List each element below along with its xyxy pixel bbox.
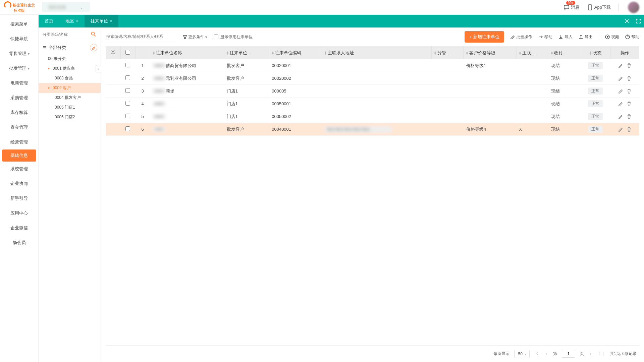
more-filter-button[interactable]: 更多条件 ▾ [183, 34, 207, 40]
table-row[interactable]: 3ABC商场门店1000005现结正常 [106, 85, 639, 98]
row-checkbox[interactable] [125, 114, 130, 118]
page-last-button[interactable]: 〉| [597, 351, 605, 357]
col-header[interactable]: ▴▾往来单位... [224, 46, 269, 59]
select-all-checkbox[interactable] [125, 50, 130, 55]
nav-item[interactable]: 基础信息 [2, 149, 36, 162]
fullscreen-button[interactable] [633, 15, 644, 27]
messages-button[interactable]: 消息 99+ [564, 4, 580, 10]
tree-node[interactable]: 0003 食品 [39, 73, 101, 83]
show-disabled-checkbox[interactable]: 显示停用往来单位 [214, 34, 253, 40]
cell-price [464, 72, 516, 85]
search-input[interactable] [106, 33, 176, 41]
export-button[interactable]: 导出 [579, 34, 593, 40]
table-row[interactable]: 5ABC门店100050002现结正常 [106, 110, 639, 123]
edit-icon[interactable] [618, 127, 623, 132]
tree-node[interactable]: 0006 门店2 [39, 112, 101, 122]
nav-item[interactable]: 搜索菜单 [0, 17, 38, 32]
tree-node[interactable]: ▾0002 客户 [39, 83, 101, 93]
row-checkbox[interactable] [125, 88, 130, 93]
close-icon[interactable]: × [110, 19, 112, 23]
org-switcher[interactable]: 组织名称 ⌄ [42, 2, 90, 12]
cell-main [516, 98, 548, 110]
nav-item[interactable]: 新手引导 [0, 191, 38, 206]
col-header[interactable]: ▴▾主联系人地址 [322, 46, 432, 59]
nav-item[interactable]: 零售管理▾ [0, 46, 38, 61]
page-input[interactable] [562, 350, 575, 358]
tree-search-input[interactable] [42, 31, 97, 39]
col-header[interactable]: ▴▾收付... [548, 46, 580, 59]
video-button[interactable]: 视频 [605, 34, 619, 40]
table-row[interactable]: 4ABC门店100050001现结正常 [106, 98, 639, 110]
move-button[interactable]: 移动 [538, 34, 552, 40]
help-button[interactable]: 帮助 [625, 34, 639, 40]
nav-item[interactable]: 库存核算 [0, 105, 38, 120]
delete-icon[interactable] [627, 127, 632, 132]
tree-node[interactable]: 0005 门店1 [39, 103, 101, 112]
table-row[interactable]: 2ABC元乳业有限公司批发客户00020002现结正常 [106, 72, 639, 85]
row-checkbox[interactable] [125, 75, 130, 80]
nav-item[interactable]: 资金管理 [0, 120, 38, 135]
tree-node[interactable]: ▾0001 供应商 [39, 64, 101, 73]
nav-item[interactable]: 电商管理 [0, 76, 38, 90]
nav-item[interactable]: 采购管理 [0, 90, 38, 105]
row-checkbox[interactable] [125, 126, 130, 131]
tree-root[interactable]: ☰ 全部分类 [39, 41, 101, 54]
import-icon [558, 35, 563, 39]
messages-badge: 99+ [566, 1, 575, 5]
tab-close-all-button[interactable] [621, 15, 633, 27]
tree-node[interactable]: 00 未分类 [39, 54, 101, 64]
app-download-button[interactable]: App下载 [587, 4, 611, 10]
col-header[interactable]: ▴▾主联... [516, 46, 548, 59]
table-row[interactable]: 6ABC批发客户00040001地址地址地址地址地址价格等级4X现结正常 [106, 123, 639, 136]
cell-addr [322, 59, 432, 72]
table-row[interactable]: 1ABC倩商贸有限公司批发客户00020001价格等级1现结正常 [106, 59, 639, 72]
edit-icon[interactable] [618, 63, 623, 68]
edit-icon[interactable] [618, 76, 623, 81]
col-gear[interactable] [106, 46, 120, 59]
batch-button[interactable]: 批量操作 [510, 34, 532, 40]
row-checkbox[interactable] [125, 101, 130, 106]
nav-item[interactable]: 系统管理 [0, 162, 38, 176]
delete-icon[interactable] [627, 63, 632, 68]
col-check[interactable] [120, 46, 135, 59]
col-header[interactable]: ▴▾客户价格等级 [464, 46, 516, 59]
edit-icon[interactable] [618, 88, 623, 94]
tree-edit-button[interactable] [90, 44, 97, 51]
delete-icon[interactable] [627, 88, 632, 94]
tab[interactable]: 首页 [39, 15, 59, 27]
col-header[interactable]: ▴▾往来单位编码 [269, 46, 322, 59]
tab[interactable]: 往来单位× [85, 15, 118, 27]
page-first-button[interactable]: K [534, 352, 540, 356]
nav-item[interactable]: 经营管理 [0, 135, 38, 149]
page-next-button[interactable]: › [589, 352, 593, 356]
tree-node[interactable]: 0004 批发客户 [39, 93, 101, 103]
search-icon[interactable] [91, 32, 96, 38]
edit-icon[interactable] [618, 114, 623, 119]
delete-icon[interactable] [627, 76, 632, 81]
show-disabled-input[interactable] [214, 35, 218, 39]
avatar[interactable] [628, 2, 639, 13]
nav-item[interactable]: 企业微信 [0, 221, 38, 235]
col-header[interactable]: ▴▾分管... [432, 46, 464, 59]
add-button[interactable]: + 新增往来单位 [465, 31, 504, 43]
nav-item[interactable]: 企业协同 [0, 176, 38, 191]
nav-item[interactable]: 应用中心 [0, 206, 38, 221]
delete-icon[interactable] [627, 101, 632, 106]
import-button[interactable]: 导入 [558, 34, 573, 40]
row-checkbox[interactable] [125, 63, 130, 67]
page-prev-button[interactable]: ‹ [544, 352, 548, 356]
close-icon[interactable]: × [76, 19, 78, 23]
col-header[interactable]: ▴▾往来单位名称 [150, 46, 224, 59]
tab[interactable]: 地区× [59, 15, 85, 27]
col-header[interactable]: ▴▾状态 [580, 46, 611, 59]
cell-addr [322, 110, 432, 123]
nav-item[interactable]: 批发管理▾ [0, 61, 38, 76]
edit-icon[interactable] [618, 101, 623, 106]
sort-icon: ▴▾ [590, 51, 591, 55]
nav-item[interactable]: 快捷导航 [0, 32, 38, 46]
per-page-select[interactable]: 50 [514, 350, 529, 358]
tree-collapse-button[interactable]: « [96, 65, 101, 72]
nav-item[interactable]: 畅会员 [0, 235, 38, 250]
col-header[interactable]: 操作 [611, 46, 639, 59]
delete-icon[interactable] [627, 114, 632, 119]
